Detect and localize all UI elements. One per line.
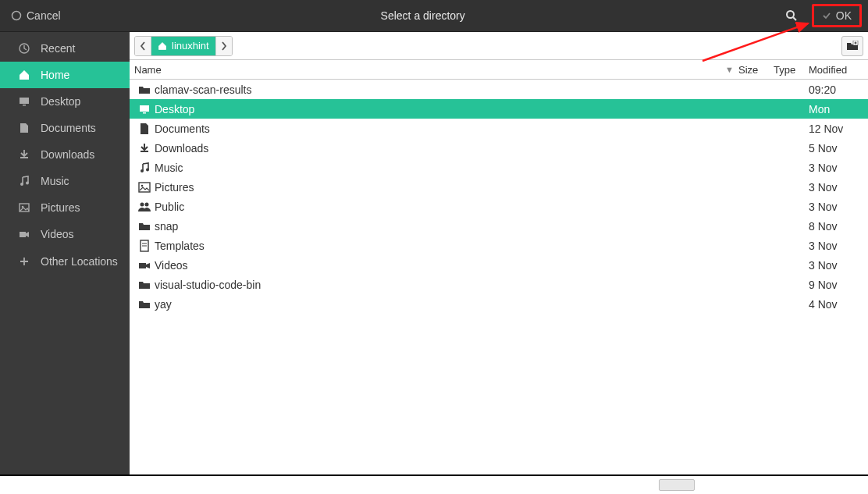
sidebar-item-downloads[interactable]: Downloads	[0, 141, 130, 168]
svg-rect-15	[143, 112, 146, 114]
search-button[interactable]	[781, 5, 802, 27]
svg-rect-19	[139, 183, 150, 192]
file-row[interactable]: Music3 Nov	[130, 158, 868, 177]
file-modified: 09:20	[809, 84, 863, 96]
file-row[interactable]: Templates3 Nov	[130, 236, 868, 255]
svg-rect-14	[140, 105, 149, 112]
svg-point-17	[146, 168, 149, 171]
column-header-type[interactable]: Type	[774, 64, 809, 76]
home-icon	[17, 69, 31, 81]
file-row[interactable]: Public3 Nov	[130, 197, 868, 216]
sidebar-item-label: Home	[41, 69, 69, 81]
sidebar-item-label: Pictures	[41, 201, 80, 214]
ok-button[interactable]: OK	[812, 4, 862, 27]
titlebar: Cancel Select a directory OK	[0, 0, 868, 32]
file-name: Pictures	[155, 181, 738, 194]
image-icon	[134, 182, 155, 193]
sidebar-item-label: Desktop	[41, 95, 80, 108]
file-chooser-dialog: Cancel Select a directory OK Recent	[0, 0, 868, 476]
file-name: Public	[155, 201, 738, 213]
people-icon	[134, 201, 155, 212]
file-row[interactable]: Downloads5 Nov	[130, 138, 868, 158]
cancel-button[interactable]: Cancel	[6, 8, 66, 23]
svg-point-2	[787, 11, 794, 18]
desktop-icon	[134, 104, 155, 115]
sidebar-item-label: Downloads	[41, 148, 94, 161]
svg-point-20	[141, 184, 144, 187]
file-row[interactable]: snap8 Nov	[130, 216, 868, 236]
svg-line-3	[793, 17, 796, 20]
download-icon	[134, 142, 155, 155]
svg-point-21	[141, 202, 144, 206]
image-icon	[17, 201, 31, 214]
folder-icon	[134, 84, 155, 95]
file-list[interactable]: clamav-scan-results09:20DesktopMonDocume…	[130, 80, 868, 474]
sidebar-item-label: Other Locations	[41, 255, 118, 268]
music-icon	[17, 175, 31, 187]
file-name: Videos	[155, 259, 738, 272]
path-bar: linuxhint	[134, 36, 233, 56]
scrollbar-track	[0, 476, 868, 494]
check-icon	[822, 11, 831, 20]
new-folder-button[interactable]	[841, 36, 863, 56]
sidebar-item-recent[interactable]: Recent	[0, 35, 130, 62]
file-row[interactable]: visual-studio-code-bin9 Nov	[130, 275, 868, 294]
file-row[interactable]: Videos3 Nov	[130, 255, 868, 275]
clock-icon	[17, 42, 31, 55]
sidebar-item-pictures[interactable]: Pictures	[0, 194, 130, 221]
file-modified: 8 Nov	[809, 220, 863, 233]
file-modified: 3 Nov	[809, 259, 863, 272]
file-name: Templates	[155, 240, 738, 252]
path-segment-home[interactable]: linuxhint	[151, 37, 216, 55]
template-icon	[134, 240, 155, 252]
file-modified: 3 Nov	[809, 240, 863, 252]
sidebar-item-label: Music	[41, 175, 69, 187]
chevron-left-icon	[140, 41, 146, 51]
cancel-icon	[11, 10, 22, 21]
file-modified: 3 Nov	[809, 162, 863, 174]
new-folder-icon	[846, 41, 859, 52]
sidebar-item-videos[interactable]: Videos	[0, 221, 130, 247]
file-name: Music	[155, 162, 738, 174]
sidebar-item-other-locations[interactable]: Other Locations	[0, 248, 130, 275]
sidebar-item-label: Recent	[41, 42, 75, 55]
sidebar-item-label: Documents	[41, 122, 96, 134]
file-row[interactable]: Documents12 Nov	[130, 119, 868, 138]
column-header-size[interactable]: Size	[738, 64, 774, 76]
svg-rect-5	[20, 98, 29, 104]
path-forward-button[interactable]	[216, 37, 232, 55]
sidebar-item-home[interactable]: Home	[0, 62, 130, 88]
sort-descending-icon: ▼	[725, 65, 734, 74]
svg-rect-6	[23, 105, 26, 106]
path-back-button[interactable]	[135, 37, 151, 55]
file-name: Downloads	[155, 142, 738, 155]
file-modified: 9 Nov	[809, 279, 863, 291]
file-name: clamav-scan-results	[155, 84, 738, 96]
main-panel: linuxhint Name ▼ Size Type Mod	[130, 32, 868, 474]
svg-point-8	[26, 182, 29, 185]
svg-point-0	[12, 12, 21, 20]
column-name-label: Name	[134, 64, 162, 76]
file-row[interactable]: yay4 Nov	[130, 294, 868, 314]
file-modified: Mon	[809, 103, 863, 116]
file-modified: 3 Nov	[809, 201, 863, 213]
file-name: Documents	[155, 123, 738, 135]
folder-icon	[134, 299, 155, 310]
svg-rect-12	[20, 232, 26, 237]
sidebar-item-music[interactable]: Music	[0, 168, 130, 194]
column-header-modified[interactable]: Modified	[809, 64, 863, 76]
file-row[interactable]: Pictures3 Nov	[130, 177, 868, 197]
download-icon	[17, 148, 31, 161]
camera-icon	[134, 260, 155, 271]
file-modified: 4 Nov	[809, 298, 863, 311]
file-name: visual-studio-code-bin	[155, 279, 738, 291]
file-row[interactable]: clamav-scan-results09:20	[130, 80, 868, 99]
file-row[interactable]: DesktopMon	[130, 99, 868, 119]
toolbar: linuxhint	[130, 32, 868, 60]
sidebar-item-desktop[interactable]: Desktop	[0, 88, 130, 115]
scrollbar-thumb[interactable]	[659, 479, 695, 491]
chevron-right-icon	[221, 41, 227, 51]
sidebar-item-documents[interactable]: Documents	[0, 115, 130, 141]
column-header-name[interactable]: Name ▼	[134, 64, 738, 76]
file-name: yay	[155, 298, 738, 311]
